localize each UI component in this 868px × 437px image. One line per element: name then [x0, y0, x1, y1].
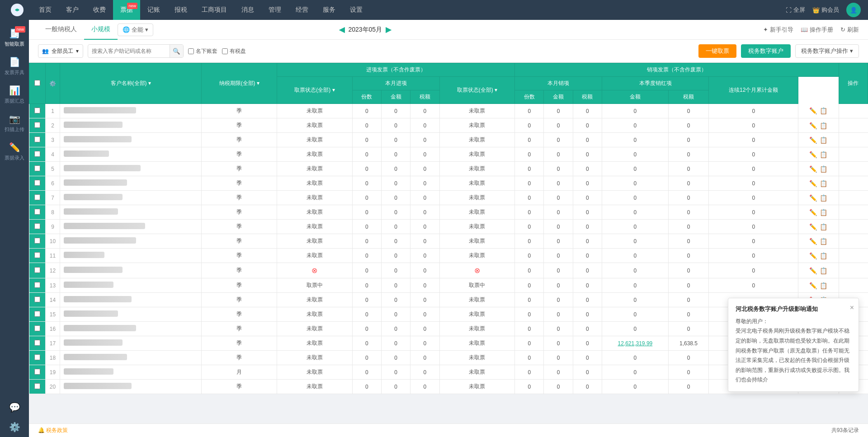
- notification-close-btn[interactable]: ×: [850, 302, 854, 314]
- nav-item-manage[interactable]: 管理: [261, 0, 288, 20]
- amount-out-cell: 0: [544, 191, 573, 205]
- select-all-checkbox[interactable]: [34, 80, 40, 86]
- red-amount-value: 0: [634, 108, 637, 114]
- tab-small-scale[interactable]: 小规模: [84, 20, 118, 40]
- sidebar-item-settings[interactable]: ⚙️: [0, 417, 29, 437]
- fetch-status-out: 未取票: [469, 194, 485, 201]
- fetch-out-cell: 未取票: [439, 220, 515, 234]
- nav-item-home[interactable]: 首页: [32, 0, 59, 20]
- fullscreen-btn[interactable]: ⛶ 全屏: [786, 6, 805, 14]
- edit-icon[interactable]: ✏️: [809, 194, 817, 202]
- row-checkbox[interactable]: [34, 296, 40, 302]
- copy-icon[interactable]: 📋: [820, 223, 827, 230]
- row-checkbox[interactable]: [34, 122, 40, 128]
- nav-item-fee[interactable]: 收费: [86, 0, 113, 20]
- row-checkbox[interactable]: [34, 108, 40, 113]
- sidebar-item-invoice-summary[interactable]: 📊 票据汇总: [0, 80, 29, 109]
- nav-item-settings[interactable]: 设置: [343, 0, 370, 20]
- row-checkbox[interactable]: [34, 194, 40, 200]
- tab-general-taxpayer[interactable]: 一般纳税人: [38, 20, 84, 40]
- row-checkbox[interactable]: [34, 340, 40, 346]
- row-checkbox[interactable]: [34, 383, 40, 389]
- nav-item-invoice[interactable]: 票据 new: [113, 0, 140, 20]
- edit-icon[interactable]: ✏️: [809, 267, 817, 274]
- copy-icon[interactable]: 📋: [820, 122, 827, 129]
- copy-icon[interactable]: 📋: [820, 282, 827, 289]
- vip-btn[interactable]: 👑 购会员: [812, 6, 839, 14]
- edit-icon[interactable]: ✏️: [809, 151, 817, 158]
- copy-icon[interactable]: 📋: [820, 136, 827, 144]
- edit-icon[interactable]: ✏️: [809, 238, 817, 245]
- checkbox-sub-account-input[interactable]: [188, 48, 194, 54]
- row-checkbox[interactable]: [34, 354, 40, 360]
- copy-icon[interactable]: 📋: [820, 180, 827, 187]
- pieces-in-cell: 0: [352, 118, 381, 133]
- copy-icon[interactable]: 📋: [820, 194, 827, 202]
- row-checkbox[interactable]: [34, 136, 40, 142]
- user-avatar[interactable]: 👤: [846, 3, 861, 17]
- edit-icon[interactable]: ✏️: [809, 180, 817, 187]
- row-checkbox[interactable]: [34, 180, 40, 186]
- row-checkbox[interactable]: [34, 238, 40, 244]
- tax-out-cell: 0: [573, 234, 602, 249]
- nav-item-customer[interactable]: 客户: [59, 0, 86, 20]
- row-num-cell: 18: [46, 351, 60, 365]
- checkbox-tax-disk-input[interactable]: [222, 48, 228, 54]
- next-month-btn[interactable]: ▶: [386, 25, 391, 34]
- row-checkbox[interactable]: [34, 311, 40, 317]
- row-checkbox[interactable]: [34, 325, 40, 331]
- copy-icon[interactable]: 📋: [820, 267, 827, 274]
- nav-item-service[interactable]: 服务: [316, 0, 343, 20]
- checkbox-tax-disk[interactable]: 有税盘: [222, 47, 246, 55]
- row-checkbox[interactable]: [34, 165, 40, 171]
- search-input[interactable]: [88, 48, 170, 54]
- nav-item-message[interactable]: 消息: [234, 0, 261, 20]
- edit-icon[interactable]: ✏️: [809, 136, 817, 144]
- nav-item-operation[interactable]: 经营: [288, 0, 316, 20]
- edit-icon[interactable]: ✏️: [809, 122, 817, 129]
- row-checkbox[interactable]: [34, 223, 40, 229]
- guide-btn[interactable]: ✦ 新手引导: [763, 26, 793, 34]
- digital-account-btn[interactable]: 税务数字账户: [741, 44, 791, 58]
- nav-item-bookkeeping[interactable]: 记账: [140, 0, 167, 20]
- count12-value: 0: [752, 195, 755, 201]
- row-checkbox[interactable]: [34, 369, 40, 375]
- tab-all[interactable]: 🌐 全能 ▾: [118, 23, 153, 36]
- row-checkbox[interactable]: [34, 151, 40, 157]
- manual-btn[interactable]: 📖 操作手册: [801, 26, 833, 34]
- row-checkbox[interactable]: [34, 267, 40, 273]
- row-checkbox[interactable]: [34, 209, 40, 215]
- edit-icon[interactable]: ✏️: [809, 165, 817, 173]
- refresh-btn[interactable]: ↻ 刷新: [840, 26, 859, 34]
- checkbox-sub-account[interactable]: 名下账套: [188, 47, 217, 55]
- edit-icon[interactable]: ✏️: [809, 107, 817, 114]
- sidebar-item-smart-invoice[interactable]: new 🧾 智能取票: [0, 23, 29, 52]
- sidebar-item-invoice-entry[interactable]: ✏️ 票据录入: [0, 137, 29, 166]
- copy-icon[interactable]: 📋: [820, 252, 827, 259]
- prev-month-btn[interactable]: ◀: [339, 25, 344, 34]
- tax-policy-link[interactable]: 🔔 税务政策: [38, 427, 68, 434]
- one-click-fetch-btn[interactable]: 一键取票: [698, 44, 736, 58]
- edit-icon[interactable]: ✏️: [809, 223, 817, 230]
- sidebar-item-chat[interactable]: 💬: [0, 397, 29, 417]
- sidebar-item-scan-upload[interactable]: 📷 扫描上传: [0, 109, 29, 137]
- row-checkbox[interactable]: [34, 282, 40, 288]
- copy-icon[interactable]: 📋: [820, 209, 827, 216]
- row-checkbox[interactable]: [34, 252, 40, 258]
- edit-icon[interactable]: ✏️: [809, 252, 817, 259]
- search-button[interactable]: 🔍: [170, 44, 183, 58]
- employee-select[interactable]: 👥 全部员工 ▾: [38, 44, 83, 58]
- red-amount-value[interactable]: 12,621,319.99: [618, 340, 652, 347]
- nav-item-business[interactable]: 工商项目: [194, 0, 234, 20]
- nav-item-tax[interactable]: 报税: [167, 0, 194, 20]
- copy-icon[interactable]: 📋: [820, 238, 827, 245]
- digital-account-op-btn[interactable]: 税务数字账户操作 ▾: [795, 44, 859, 58]
- logo[interactable]: [7, 0, 27, 20]
- edit-icon[interactable]: ✏️: [809, 282, 817, 289]
- copy-icon[interactable]: 📋: [820, 107, 827, 114]
- edit-icon[interactable]: ✏️: [809, 209, 817, 216]
- copy-icon[interactable]: 📋: [820, 151, 827, 158]
- copy-icon[interactable]: 📋: [820, 165, 827, 173]
- sidebar-item-invoice-issue[interactable]: 📄 发票开具: [0, 52, 29, 80]
- tax-out-cell: 0: [573, 278, 602, 293]
